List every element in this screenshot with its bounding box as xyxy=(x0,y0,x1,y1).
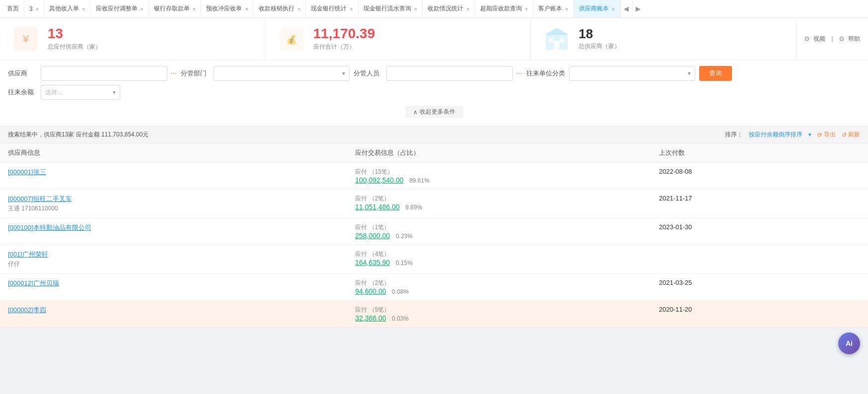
sort-label: 排序： xyxy=(725,131,743,139)
nav-tab-overdue[interactable]: 超期应收款查询 × xyxy=(475,0,533,18)
close-icon[interactable]: × xyxy=(193,6,196,12)
result-bar: 搜索结果中，供应商13家 应付金额 111,703,854.00元 排序： 按应… xyxy=(0,127,868,143)
nav-tab-cash-flow[interactable]: 现金银行流水查询 × xyxy=(359,0,423,18)
tx-label: 应付 xyxy=(355,306,367,313)
collapse-button[interactable]: ∧ 收起更多条件 xyxy=(405,106,463,118)
supplier-link[interactable]: [000012]广州贝瑞 xyxy=(8,279,59,287)
nav-tab-customer-ledger[interactable]: 客户账本 × xyxy=(533,0,574,18)
supplier-info-cell: [000100]本特勤油品有限公司 xyxy=(0,218,347,245)
tx-label: 应付 xyxy=(355,195,367,202)
supplier-link[interactable]: [001]广州荣轩 xyxy=(8,251,48,258)
tx-label: 应付 xyxy=(355,224,367,231)
last-payment-cell: 2020-11-20 xyxy=(651,301,868,328)
balance-select[interactable]: 选择... ▾ xyxy=(41,85,120,100)
person-filter-label: 分管人员 xyxy=(354,69,383,78)
col-last-payment: 上次付数 xyxy=(651,143,868,163)
category-filter-item: 往来单位分类 ▾ xyxy=(526,66,695,81)
supplier-info-cell: [000007]恒旺二手叉车 王通 17106110000 xyxy=(0,190,347,218)
table-row: [001]广州荣轩 仔仔 应付 （4笔） 164,635.90 0.15% xyxy=(0,245,868,274)
refresh-button[interactable]: ↺ 刷新 xyxy=(842,131,860,139)
supplier-link[interactable]: [000002]李四 xyxy=(8,306,46,314)
sort-value[interactable]: 按应付余额倒序排序 xyxy=(749,131,802,139)
table-row: [000007]恒旺二手叉车 王通 17106110000 应付 （2笔） 11… xyxy=(0,190,868,218)
tx-label: 应付 xyxy=(355,251,367,258)
supplier-info-cell: [001]广州荣轩 仔仔 xyxy=(0,245,347,274)
svg-rect-6 xyxy=(554,41,560,50)
close-icon[interactable]: × xyxy=(36,6,39,12)
table-row: [000100]本特勤油品有限公司 应付 （1笔） 258,000.00 0.2… xyxy=(0,218,868,245)
nav-tab-supplier-ledger[interactable]: 供应商账本 × xyxy=(574,0,620,18)
video-icon: ⊙ xyxy=(804,35,809,42)
close-icon[interactable]: × xyxy=(245,6,248,12)
summary-card-total-suppliers: 18 总供应商（家） xyxy=(531,18,796,60)
close-icon[interactable]: × xyxy=(612,6,615,12)
person-input[interactable] xyxy=(386,66,513,81)
supplier-picker-icon[interactable]: ··· xyxy=(170,69,177,78)
svg-text:¥: ¥ xyxy=(22,33,29,45)
nav-tab-collection[interactable]: 收款核销执行 × xyxy=(254,0,306,18)
nav-tab-collection-stats[interactable]: 收款情况统计 × xyxy=(423,0,475,18)
video-link[interactable]: 视频 xyxy=(813,35,825,43)
close-icon[interactable]: × xyxy=(525,6,528,12)
summary-bar: ¥ 13 总应付供应商（家） 💰 11,170.39 应付合计（万） xyxy=(0,18,868,60)
col-supplier-info: 供应商信息 xyxy=(0,143,347,163)
close-icon[interactable]: × xyxy=(565,6,568,12)
category-select[interactable]: ▾ xyxy=(569,66,695,81)
supplier-filter-label: 供应商 xyxy=(8,69,38,78)
svg-text:💰: 💰 xyxy=(286,34,297,45)
export-button[interactable]: ⟳ 导出 xyxy=(817,131,836,139)
nav-tab-prepay[interactable]: 预收冲应收单 × xyxy=(201,0,253,18)
person-picker-icon[interactable]: ··· xyxy=(516,69,522,78)
top-nav: 首页 3 × 其他收入单 × 应收应付调整单 × 银行存取款单 × 预收冲应收单… xyxy=(0,0,868,18)
dept-chevron-icon: ▾ xyxy=(342,70,345,77)
filter-row-1: 供应商 ··· 分管部门 ▾ 分管人员 ··· 往来单位分类 ▾ 查询 xyxy=(8,66,860,81)
total-suppliers-number: 18 xyxy=(579,27,620,40)
amount-link[interactable]: 11,051,486.00 xyxy=(355,203,400,211)
tx-info-cell: 应付 （1笔） 258,000.00 0.23% xyxy=(347,218,651,245)
export-icon: ⟳ xyxy=(817,131,822,138)
amount-link[interactable]: 94,600.00 xyxy=(355,287,386,295)
nav-tab-cash-stats[interactable]: 现金银行统计 × xyxy=(306,0,358,18)
amount-link[interactable]: 100,092,540.00 xyxy=(355,176,403,184)
filter-section: 供应商 ··· 分管部门 ▾ 分管人员 ··· 往来单位分类 ▾ 查询 xyxy=(0,60,868,127)
payable-total-icon: 💰 xyxy=(278,25,305,53)
sort-chevron-icon: ▾ xyxy=(808,131,811,138)
payable-suppliers-number: 13 xyxy=(48,27,101,41)
close-icon[interactable]: × xyxy=(350,6,353,12)
supplier-filter-item: 供应商 ··· xyxy=(8,66,177,81)
close-icon[interactable]: × xyxy=(82,6,85,12)
amount-link[interactable]: 32,366.00 xyxy=(355,314,386,322)
amount-link[interactable]: 164,635.90 xyxy=(355,259,390,266)
last-payment-cell: 2023-01-30 xyxy=(651,218,868,245)
supplier-input[interactable] xyxy=(41,66,167,81)
amount-link[interactable]: 258,000.00 xyxy=(355,232,390,240)
supplier-link[interactable]: [000007]恒旺二手叉车 xyxy=(8,195,72,202)
summary-card-payable-total: 💰 11,170.39 应付合计（万） xyxy=(266,18,531,60)
nav-tab-adjustment[interactable]: 应收应付调整单 × xyxy=(91,0,149,18)
close-icon[interactable]: × xyxy=(141,6,144,12)
dept-select[interactable]: ▾ xyxy=(214,66,350,81)
filter-row-2: 往来余额 选择... ▾ xyxy=(8,85,860,100)
last-payment-cell: 2022-08-08 xyxy=(651,163,868,190)
tx-info-cell: 应付 （5笔） 32,366.00 0.03% xyxy=(347,301,651,328)
nav-arrow-left[interactable]: ◀ xyxy=(620,0,632,18)
supplier-link[interactable]: [000001]张三 xyxy=(8,168,46,176)
tx-count: （15笔） xyxy=(369,168,393,175)
nav-tab-other-income[interactable]: 其他收入单 × xyxy=(44,0,90,18)
nav-tab-3[interactable]: 3 × xyxy=(24,0,44,18)
close-icon[interactable]: × xyxy=(466,6,469,12)
supplier-sub-info: 王通 17106110000 xyxy=(8,204,339,213)
balance-chevron-icon: ▾ xyxy=(113,89,116,96)
supplier-link[interactable]: [000100]本特勤油品有限公司 xyxy=(8,224,91,231)
tx-info-cell: 应付 （2笔） 11,051,486.00 9.89% xyxy=(347,190,651,218)
close-icon[interactable]: × xyxy=(297,6,300,12)
tx-count: （2笔） xyxy=(369,195,390,202)
tx-count: （2笔） xyxy=(369,279,390,286)
nav-tab-bank[interactable]: 银行存取款单 × xyxy=(149,0,201,18)
close-icon[interactable]: × xyxy=(414,6,417,12)
help-link[interactable]: 帮助 xyxy=(848,35,860,43)
nav-tab-home[interactable]: 首页 xyxy=(2,0,24,18)
nav-arrow-right[interactable]: ▶ xyxy=(632,0,644,18)
query-button[interactable]: 查询 xyxy=(699,66,732,81)
supplier-sub-info: 仔仔 xyxy=(8,260,339,268)
